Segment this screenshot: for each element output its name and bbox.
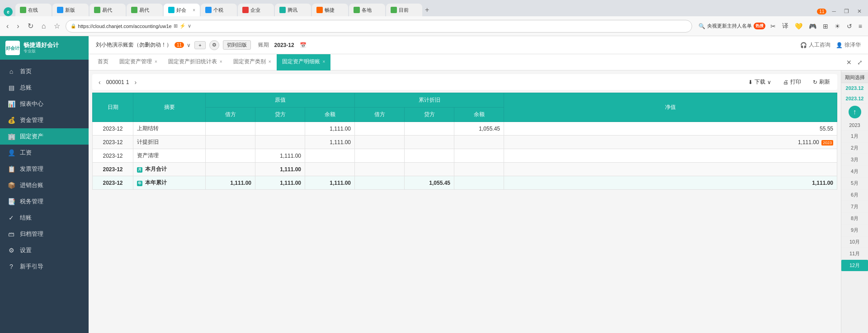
sidebar-item-general-ledger[interactable]: ▤ 总账 bbox=[0, 80, 89, 96]
sidebar-item-settings[interactable]: ⚙ 设置 bbox=[0, 242, 89, 258]
browser-tab-4[interactable]: 易代 bbox=[127, 4, 163, 16]
grid-tool[interactable]: ⊞ bbox=[821, 22, 830, 31]
record-page: 1 bbox=[126, 79, 129, 85]
close-tab-dep[interactable]: × bbox=[220, 59, 222, 64]
tab-label-8: 腾讯 bbox=[288, 7, 297, 14]
close-current-tab-btn[interactable]: ✕ bbox=[844, 58, 854, 67]
browser-tab-9[interactable]: 畅捷 bbox=[312, 4, 348, 16]
period-month-10[interactable]: 10月 bbox=[841, 236, 868, 248]
row4-accum-balance bbox=[454, 163, 504, 176]
sidebar-item-tax[interactable]: 📑 税务管理 bbox=[0, 193, 89, 210]
settings-circle-button[interactable]: ⚙ bbox=[209, 40, 219, 50]
period-month-9[interactable]: 9月 bbox=[841, 225, 868, 236]
browser-tab-3[interactable]: 易代 bbox=[90, 4, 126, 16]
window-close[interactable]: ✕ bbox=[854, 6, 864, 16]
period-add-button[interactable]: + bbox=[194, 41, 205, 49]
scroll-up-btn[interactable]: ↑ bbox=[849, 106, 861, 118]
sidebar-item-guide[interactable]: ? 新手引导 bbox=[0, 258, 89, 275]
switch-version-button[interactable]: 切到旧版 bbox=[223, 40, 251, 50]
row2-orig-debit bbox=[206, 136, 255, 149]
page-tabs: 首页 固定资产管理 × 固定资产折旧统计表 × 固定资产类别 × 固定资产明细账… bbox=[89, 54, 868, 70]
tab-icon-10 bbox=[354, 7, 360, 13]
row5-net: 1,111.00 bbox=[504, 176, 837, 190]
theme-tool[interactable]: ☀ bbox=[832, 22, 843, 31]
sidebar-item-funds[interactable]: 💰 资金管理 bbox=[0, 112, 89, 128]
period-month-3[interactable]: 3月 bbox=[841, 154, 868, 166]
sidebar-item-checkout[interactable]: ✓ 结账 bbox=[0, 210, 89, 226]
period-month-1[interactable]: 1月 bbox=[841, 131, 868, 142]
close-tab-fam[interactable]: × bbox=[155, 59, 157, 64]
period-month-11[interactable]: 11月 bbox=[841, 248, 868, 260]
browser-tab-7[interactable]: 企业 bbox=[238, 4, 274, 16]
period-month-5[interactable]: 5月 bbox=[841, 178, 868, 189]
back-button[interactable]: ‹ bbox=[4, 20, 11, 32]
translate-tool[interactable]: 译 bbox=[780, 21, 791, 31]
address-dropdown[interactable]: ∨ bbox=[188, 23, 191, 29]
home-button[interactable]: ⌂ bbox=[39, 20, 49, 32]
browser-tab-5[interactable]: 好会 × bbox=[164, 4, 200, 16]
tab-home[interactable]: 首页 bbox=[92, 54, 114, 70]
period-year-2023[interactable]: 2023 bbox=[841, 120, 868, 131]
period-month-2[interactable]: 2月 bbox=[841, 142, 868, 154]
window-minimize[interactable]: ─ bbox=[829, 6, 839, 16]
period-month-7[interactable]: 7月 bbox=[841, 201, 868, 213]
period-month-4[interactable]: 4月 bbox=[841, 166, 868, 178]
period-month-8[interactable]: 8月 bbox=[841, 213, 868, 225]
th-accum-debit: 借方 bbox=[355, 108, 405, 122]
row3-accum-debit bbox=[355, 149, 405, 163]
browser-tab-2[interactable]: 新版 bbox=[52, 4, 89, 16]
print-btn[interactable]: 🖨 打印 bbox=[779, 77, 805, 87]
sidebar-label-funds: 资金管理 bbox=[20, 116, 43, 124]
sidebar-item-payroll[interactable]: 👤 工资 bbox=[0, 145, 89, 161]
support-btn[interactable]: 🎧 人工咨询 bbox=[800, 41, 830, 49]
browser-tab-8[interactable]: 腾讯 bbox=[275, 4, 311, 16]
sidebar-item-fixed-assets[interactable]: 🏢 固定资产 bbox=[0, 128, 89, 145]
games-tool[interactable]: 🎮 bbox=[807, 22, 819, 31]
close-tab-cat[interactable]: × bbox=[269, 59, 271, 64]
wallet-tool[interactable]: 💛 bbox=[793, 22, 805, 31]
prev-record-btn[interactable]: ‹ bbox=[96, 78, 104, 87]
next-record-btn[interactable]: › bbox=[132, 78, 139, 87]
app-container: 好会计 畅捷通好会计 专业版 ⌂ 首页 ▤ 总账 📊 报表中心 💰 资金管理 bbox=[0, 36, 868, 333]
sidebar-item-home[interactable]: ⌂ 首页 bbox=[0, 63, 89, 80]
forward-button[interactable]: › bbox=[14, 20, 22, 32]
tab-category[interactable]: 固定资产类别 × bbox=[228, 54, 277, 70]
browser-tab-11[interactable]: 目前 bbox=[386, 4, 422, 16]
maximize-tab-btn[interactable]: ⤢ bbox=[855, 58, 864, 67]
reload-button[interactable]: ↻ bbox=[25, 20, 36, 32]
period-month-12[interactable]: 12月 bbox=[841, 260, 868, 272]
history-tool[interactable]: ↺ bbox=[844, 22, 854, 31]
tab-icon-6 bbox=[205, 7, 212, 13]
sidebar-item-archive[interactable]: 🗃 归档管理 bbox=[0, 226, 89, 242]
bookmark-button[interactable]: ☆ bbox=[51, 20, 63, 32]
scissors-tool[interactable]: ✂ bbox=[768, 22, 778, 31]
sidebar-item-reports[interactable]: 📊 报表中心 bbox=[0, 96, 89, 112]
tab-label-2: 新版 bbox=[65, 7, 75, 14]
download-btn[interactable]: ⬇ 下载 ∨ bbox=[745, 77, 775, 87]
browser-tab-1[interactable]: 在线 bbox=[15, 4, 52, 16]
download-label: 下载 bbox=[755, 78, 765, 86]
funds-icon: 💰 bbox=[7, 116, 15, 124]
sidebar-item-inventory[interactable]: 📦 进销台账 bbox=[0, 177, 89, 193]
tab-depreciation[interactable]: 固定资产折旧统计表 × bbox=[163, 54, 228, 70]
account-dropdown-icon[interactable]: ∨ bbox=[187, 42, 191, 48]
calendar-icon[interactable]: 📅 bbox=[300, 42, 307, 48]
period-selected-1[interactable]: 2023.12 bbox=[841, 83, 868, 94]
close-tab-ledger[interactable]: × bbox=[323, 59, 326, 64]
browser-tab-6[interactable]: 个税 bbox=[201, 4, 237, 16]
sidebar-item-invoice[interactable]: 📋 发票管理 bbox=[0, 161, 89, 177]
new-tab-button[interactable]: + bbox=[423, 4, 431, 16]
period-month-6[interactable]: 6月 bbox=[841, 189, 868, 201]
user-profile[interactable]: 👤 徐泽华 bbox=[836, 41, 861, 49]
payroll-icon: 👤 bbox=[7, 149, 15, 157]
menu-tool[interactable]: ≡ bbox=[856, 22, 864, 31]
window-restore[interactable]: ❐ bbox=[841, 6, 852, 16]
refresh-btn[interactable]: ↻ 刷新 bbox=[809, 77, 834, 87]
browser-tab-10[interactable]: 各地 bbox=[349, 4, 385, 16]
account-badge: 11 bbox=[175, 42, 184, 48]
tab-fixed-asset-mgmt[interactable]: 固定资产管理 × bbox=[114, 54, 163, 70]
tab-close-5[interactable]: × bbox=[193, 8, 195, 13]
period-selected-2[interactable]: 2023.12 bbox=[841, 94, 868, 104]
address-bar[interactable]: 🔒 https://cloud.chanjet.com/accounting/u… bbox=[66, 20, 692, 33]
tab-ledger[interactable]: 固定资产明细账 × bbox=[277, 54, 331, 70]
